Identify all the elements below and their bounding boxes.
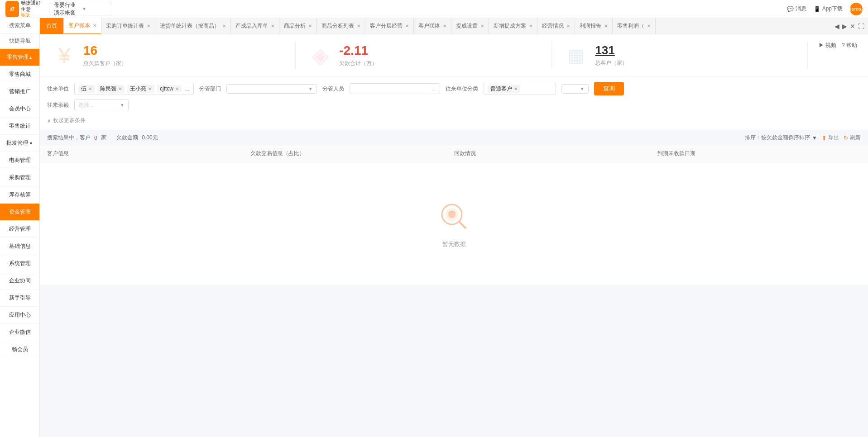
filter-tag-chen[interactable]: 陈民强 ✕	[97, 85, 125, 93]
help-btn[interactable]: ? 帮助	[842, 42, 857, 49]
filter-balance-select[interactable]: 选择... ▼	[74, 99, 129, 111]
sidebar-item-wholesale-mgmt[interactable]: 批发管理▼	[0, 135, 39, 152]
remove-tag-wu[interactable]: ✕	[88, 86, 92, 91]
tab-operations[interactable]: 经营情况 ✕	[537, 18, 575, 34]
empty-state: 暂无数据	[40, 162, 868, 285]
close-tab-operations[interactable]: ✕	[566, 24, 570, 28]
message-icon: 💬	[787, 6, 794, 12]
tab-close-all[interactable]: ✕	[850, 23, 855, 30]
filter-dept-select[interactable]: ▼	[226, 84, 317, 94]
filter-tag-normal-customer[interactable]: 普通客户 ✕	[488, 85, 520, 93]
tab-customer-segment[interactable]: 客户分层经营 ✕	[365, 18, 414, 34]
stat-icon-debt: ◈	[307, 42, 334, 69]
tab-product-analysis[interactable]: 商品分析 ✕	[279, 18, 317, 34]
sidebar-item-operations[interactable]: 经营管理	[0, 221, 39, 238]
results-debt-value: 0.00元	[142, 134, 158, 142]
filter-tag-wu[interactable]: 伍 ✕	[78, 85, 95, 93]
sidebar-item-enterprise-collab[interactable]: 企业协同	[0, 272, 39, 290]
tab-customer-account[interactable]: 客户账本 ✕	[64, 18, 101, 34]
close-tab-retail-profit[interactable]: ✕	[647, 24, 651, 28]
video-help-area: ▶ 视频 ? 帮助	[819, 42, 857, 69]
stat-total-debt: ◈ -2.11 欠款合计（万）	[307, 42, 551, 69]
filter-area: 往来单位 伍 ✕ 陈民强 ✕ 王小亮 ✕	[40, 76, 868, 130]
user-profile[interactable]: demo2	[850, 3, 863, 15]
sidebar-nav: 零售管理▲ 零售商城 营销推广 会员中心 零售统计 批发管理▼ 电商管理 采购管…	[0, 49, 39, 358]
query-button[interactable]: 查询	[594, 82, 624, 95]
sort-button[interactable]: 排序：按欠款金额倒序排序 ▼	[745, 134, 817, 142]
col-header-date: 到期未收款日期	[657, 150, 861, 157]
filter-unit-class-dropdown[interactable]: ▼	[561, 84, 589, 94]
tab-purchase-order-stats[interactable]: 采购订单统计表 ✕	[101, 18, 155, 34]
sidebar-item-inventory[interactable]: 库存核算	[0, 186, 39, 204]
question-icon: ?	[842, 42, 845, 48]
close-tab-new-raise-plan[interactable]: ✕	[529, 24, 532, 28]
page-content: ¥ 16 总欠款客户（家） ◈ -2.11 欠款合计（万） ▦	[40, 34, 868, 437]
filter-row-2: 往来余额 选择... ▼	[47, 99, 861, 111]
tab-product-analysis-list[interactable]: 商品分析列表 ✕	[317, 18, 365, 34]
sidebar-item-retail-mall[interactable]: 零售商城	[0, 66, 39, 83]
remove-tag-cjttcw[interactable]: ✕	[175, 86, 179, 91]
person-ellipsis: ...	[432, 86, 436, 92]
sidebar-item-ecommerce[interactable]: 电商管理	[0, 152, 39, 169]
tab-new-raise-plan[interactable]: 新增提成方案 ✕	[489, 18, 537, 34]
message-button[interactable]: 💬 消息	[787, 5, 806, 13]
filter-unit-tags[interactable]: 伍 ✕ 陈民强 ✕ 王小亮 ✕ cjttcw ✕	[74, 83, 194, 95]
remove-tag-normal[interactable]: ✕	[514, 86, 518, 91]
tab-home[interactable]: 首页	[40, 18, 64, 34]
sidebar-item-member[interactable]: 畅会员	[0, 341, 39, 358]
stat-all-customers: ▦ 131 总客户（家）	[562, 42, 807, 69]
results-debt-label: 欠款金额	[116, 134, 138, 142]
filter-tag-cjttcw[interactable]: cjttcw ✕	[157, 85, 182, 92]
close-tab-customer-account[interactable]: ✕	[93, 23, 96, 28]
refresh-button[interactable]: ↻ 刷新	[844, 134, 861, 142]
sidebar-item-basic-info[interactable]: 基础信息	[0, 238, 39, 255]
logo-text: 畅捷通好生意 标版	[21, 0, 45, 17]
filter-tag-wang[interactable]: 王小亮 ✕	[127, 85, 154, 93]
sidebar-search[interactable]: 搜索菜单	[0, 18, 39, 33]
app-download-button[interactable]: 📱 App下载	[814, 5, 843, 13]
filter-unit-class-tags[interactable]: 普通客户 ✕	[484, 83, 556, 95]
sidebar-item-purchase[interactable]: 采购管理	[0, 169, 39, 186]
close-tab-customer-segment[interactable]: ✕	[405, 24, 409, 28]
sidebar-item-system[interactable]: 系统管理	[0, 255, 39, 272]
close-tab-purchase-by-product[interactable]: ✕	[222, 24, 226, 28]
company-selector[interactable]: 母婴行业演示帐套 ▼	[49, 3, 112, 15]
sidebar-item-app-center[interactable]: 应用中心	[0, 307, 39, 324]
tab-product-storage[interactable]: 产成品入库单 ✕	[231, 18, 279, 34]
sidebar-item-marketing[interactable]: 营销推广	[0, 83, 39, 100]
close-tab-product-analysis-list[interactable]: ✕	[357, 24, 360, 28]
close-tab-product-analysis[interactable]: ✕	[308, 24, 312, 28]
tab-raise-settings[interactable]: 提成设置 ✕	[451, 18, 489, 34]
remove-tag-chen[interactable]: ✕	[118, 86, 122, 91]
stat-icon-customers: ¥	[51, 42, 78, 69]
video-btn[interactable]: ▶ 视频	[819, 42, 836, 49]
export-button[interactable]: ⬆ 导出	[822, 134, 839, 142]
chevron-icon: ▲	[29, 55, 33, 60]
sidebar-item-enterprise-wechat[interactable]: 企业微信	[0, 324, 39, 341]
tab-scroll-right[interactable]: ▶	[842, 23, 847, 30]
close-tab-purchase-order[interactable]: ✕	[147, 24, 150, 28]
results-text: 搜索结果中，客户	[47, 134, 91, 142]
sidebar-item-capital[interactable]: 资金管理	[0, 204, 39, 221]
tab-profit-report[interactable]: 利润报告 ✕	[575, 18, 613, 34]
empty-icon	[436, 199, 472, 235]
tab-fullscreen[interactable]: ⛶	[858, 23, 864, 30]
sidebar-item-beginner-guide[interactable]: 新手引导	[0, 290, 39, 307]
sidebar-item-retail-mgmt[interactable]: 零售管理▲	[0, 49, 39, 66]
close-tab-product-storage[interactable]: ✕	[271, 24, 274, 28]
sidebar-quick-nav[interactable]: 快捷导航	[0, 33, 39, 49]
tab-customer-contact[interactable]: 客户联络 ✕	[414, 18, 451, 34]
close-tab-profit-report[interactable]: ✕	[604, 24, 608, 28]
close-tab-raise-settings[interactable]: ✕	[480, 24, 484, 28]
filter-person-select[interactable]: ...	[350, 83, 440, 94]
tab-retail-profit[interactable]: 零售利润（ ✕	[613, 18, 656, 34]
close-tab-customer-contact[interactable]: ✕	[443, 24, 446, 28]
collapse-button[interactable]: ∧ 收起更多条件	[47, 117, 861, 124]
stat-value-debt: -2.11	[339, 43, 377, 58]
more-tags-indicator[interactable]: ...	[184, 85, 190, 92]
sidebar-item-member-center[interactable]: 会员中心	[0, 100, 39, 118]
sidebar-item-retail-stats[interactable]: 零售统计	[0, 118, 39, 135]
remove-tag-wang[interactable]: ✕	[148, 86, 152, 91]
tab-purchase-by-product[interactable]: 进货单统计表（按商品） ✕	[155, 18, 231, 34]
tab-scroll-left[interactable]: ◀	[834, 23, 839, 30]
